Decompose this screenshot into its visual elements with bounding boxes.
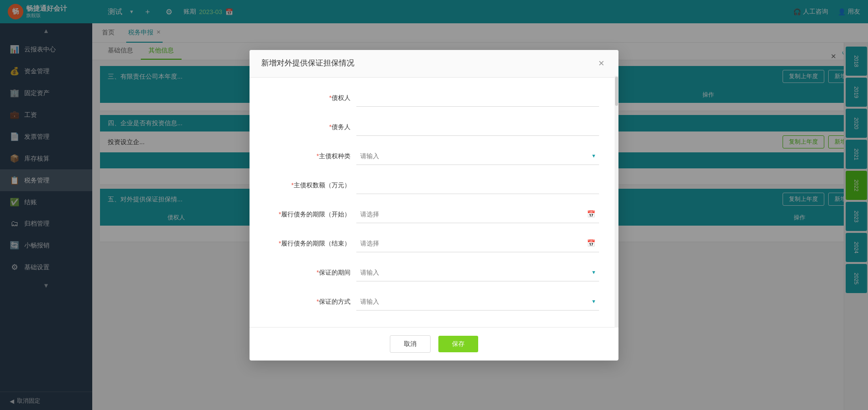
- required-star: *: [317, 152, 319, 160]
- required-star: *: [329, 123, 332, 131]
- cancel-button[interactable]: 取消: [390, 335, 431, 353]
- input-period-end[interactable]: [356, 238, 587, 249]
- modal-scrollbar[interactable]: [615, 76, 618, 328]
- required-star: *: [317, 269, 319, 276]
- modal-footer: 取消 保存: [250, 327, 618, 361]
- form-row-guarantee-method: *保证的方式 ▾: [269, 293, 599, 311]
- modal-scrollbar-thumb: [615, 77, 618, 106]
- form-row-debt-amount: *主债权数额（万元）: [269, 177, 599, 194]
- chevron-down-method-icon[interactable]: ▾: [592, 298, 599, 305]
- input-creditor[interactable]: [356, 89, 599, 107]
- label-period-end: *履行债务的期限（结束）: [269, 239, 356, 248]
- label-guarantee-period: *保证的期间: [269, 268, 356, 277]
- modal-close-btn[interactable]: ✕: [595, 58, 607, 69]
- label-debt-amount: *主债权数额（万元）: [269, 181, 356, 190]
- form-row-debtor: *债务人: [269, 118, 599, 136]
- input-debt-type[interactable]: [356, 150, 592, 162]
- required-star: *: [317, 298, 319, 305]
- select-debt-type: ▾: [356, 148, 599, 165]
- label-guarantee-method: *保证的方式: [269, 297, 356, 306]
- input-debtor[interactable]: [356, 118, 599, 136]
- date-period-start: 📅: [356, 206, 599, 223]
- modal-title: 新增对外提供保证担保情况: [261, 58, 354, 68]
- chevron-down-icon[interactable]: ▾: [592, 152, 599, 159]
- form-row-debt-type: *主债权种类 ▾: [269, 148, 599, 165]
- modal-dialog: 新增对外提供保证担保情况 ✕ *债权人 *债务人 *主债权种类: [250, 50, 618, 361]
- input-debt-amount[interactable]: [356, 177, 599, 194]
- required-star: *: [279, 211, 281, 218]
- form-row-period-start: *履行债务的期限（开始） 📅: [269, 206, 599, 223]
- form-row-creditor: *债权人: [269, 89, 599, 107]
- label-debt-type: *主债权种类: [269, 152, 356, 161]
- select-guarantee-method: ▾: [356, 293, 599, 311]
- modal-body: *债权人 *债务人 *主债权种类 ▾: [250, 78, 618, 327]
- input-guarantee-method[interactable]: [356, 296, 592, 307]
- input-period-start[interactable]: [356, 209, 587, 220]
- save-button[interactable]: 保存: [438, 336, 478, 352]
- label-period-start: *履行债务的期限（开始）: [269, 210, 356, 219]
- label-creditor: *债权人: [269, 94, 356, 102]
- required-star: *: [329, 94, 332, 101]
- required-star: *: [279, 240, 281, 247]
- calendar-end-icon[interactable]: 📅: [587, 239, 599, 247]
- chevron-down-period-icon[interactable]: ▾: [592, 269, 599, 276]
- input-guarantee-period[interactable]: [356, 267, 592, 278]
- form-row-period-end: *履行债务的期限（结束） 📅: [269, 235, 599, 252]
- form-row-guarantee-period: *保证的期间 ▾: [269, 264, 599, 281]
- modal-header: 新增对外提供保证担保情况 ✕: [250, 50, 618, 78]
- required-star: *: [291, 181, 294, 189]
- label-debtor: *债务人: [269, 123, 356, 131]
- date-period-end: 📅: [356, 235, 599, 252]
- modal-overlay: 新增对外提供保证担保情况 ✕ *债权人 *债务人 *主债权种类: [0, 0, 868, 410]
- select-guarantee-period: ▾: [356, 264, 599, 281]
- calendar-start-icon[interactable]: 📅: [587, 210, 599, 218]
